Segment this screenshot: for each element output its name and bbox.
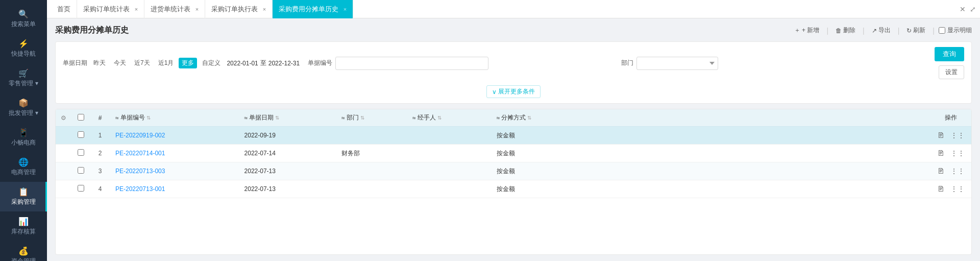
- row3-checkbox[interactable]: [78, 167, 84, 174]
- separator-1: |: [826, 27, 828, 35]
- sidebar-item-purchase[interactable]: 📋 采购管理: [0, 182, 47, 211]
- row1-more-icon[interactable]: ⋮⋮: [949, 130, 966, 140]
- expand-conditions-btn[interactable]: ∨ 展开更多条件: [486, 85, 541, 98]
- date-filter-label: 单据日期: [63, 59, 87, 67]
- row3-more-icon[interactable]: ⋮⋮: [949, 166, 966, 176]
- row3-dept: [336, 162, 407, 180]
- sort-icon-handler: ⇅: [437, 115, 442, 121]
- row4-date: 2022-07-13: [239, 180, 337, 198]
- sidebar-item-finance[interactable]: 💰 资金管理: [0, 241, 47, 261]
- sort-date[interactable]: ≈ 单据日期 ⇅: [244, 113, 280, 122]
- col-split-method[interactable]: ≈ 分摊方式 ⇅: [492, 109, 930, 127]
- settings-button[interactable]: 设置: [939, 65, 964, 79]
- row1-split-method: 按金额: [492, 127, 930, 145]
- row4-more-icon[interactable]: ⋮⋮: [949, 184, 966, 194]
- refresh-button[interactable]: ↻ 刷新: [903, 25, 928, 36]
- row3-num: 3: [90, 162, 110, 180]
- tab-close-purchase-order-exec[interactable]: ×: [263, 6, 266, 12]
- row1-checkbox[interactable]: [78, 131, 84, 138]
- col-dept[interactable]: ≈ 部门 ⇅: [336, 109, 407, 127]
- row2-dept: 财务部: [336, 145, 407, 162]
- separator-2: |: [863, 27, 865, 35]
- row4-order-no: PE-20220713-001: [110, 180, 239, 198]
- page-header: 采购费用分摊单历史 ＋ + 新增 | 🗑 删除 | ↗ 导出 | ↻: [55, 25, 972, 36]
- row2-checkbox[interactable]: [78, 149, 84, 156]
- table-header-row: ⚙ # ≈ 单据编号 ⇅: [56, 109, 971, 127]
- col-date[interactable]: ≈ 单据日期 ⇅: [239, 109, 337, 127]
- inventory-icon: 📊: [0, 217, 47, 226]
- table-row: 3 PE-20220713-003 2022-07-13 按金额 🖹 ⋮⋮: [56, 162, 971, 180]
- row3-check[interactable]: [71, 162, 90, 180]
- row2-view-icon[interactable]: 🖹: [936, 148, 945, 158]
- date-btn-yesterday[interactable]: 昨天: [90, 58, 109, 68]
- row3-order-no-link[interactable]: PE-20220713-003: [115, 168, 165, 175]
- row3-order-no: PE-20220713-003: [110, 162, 239, 180]
- row4-view-icon[interactable]: 🖹: [936, 184, 945, 194]
- maximize-icon[interactable]: ⤢: [970, 5, 976, 13]
- tab-purchase-order-exec[interactable]: 采购订单执行表 ×: [205, 0, 273, 18]
- tab-close-purchase-order-stats[interactable]: ×: [135, 6, 138, 12]
- date-btn-today[interactable]: 今天: [111, 58, 129, 68]
- row2-settings: [56, 145, 71, 162]
- filter-buttons: 查询 设置: [935, 47, 964, 79]
- col-settings[interactable]: ⚙: [56, 109, 71, 127]
- col-num: #: [90, 109, 110, 127]
- show-detail-check[interactable]: [939, 27, 945, 34]
- date-btn-7days[interactable]: 近7天: [131, 58, 153, 68]
- sidebar-item-quicknav[interactable]: ⚡ 快捷导航: [0, 34, 47, 63]
- row4-check[interactable]: [71, 180, 90, 198]
- row4-checkbox[interactable]: [78, 185, 84, 192]
- order-no-input[interactable]: [335, 57, 488, 70]
- sort-dept[interactable]: ≈ 部门 ⇅: [341, 113, 364, 122]
- sort-split-method[interactable]: ≈ 分摊方式 ⇅: [497, 113, 532, 122]
- col-order-no[interactable]: ≈ 单据编号 ⇅: [110, 109, 239, 127]
- export-button[interactable]: ↗ 导出: [869, 25, 894, 36]
- row3-view-icon[interactable]: 🖹: [936, 166, 945, 176]
- sort-order-no[interactable]: ≈ 单据编号 ⇅: [115, 113, 151, 122]
- date-btn-more[interactable]: 更多: [179, 58, 197, 68]
- date-quick-btns: 昨天 今天 近7天 近1月 更多 自定义: [90, 58, 224, 68]
- row1-order-no: PE-20220919-002: [110, 127, 239, 145]
- show-detail-checkbox[interactable]: 显示明细: [939, 26, 972, 35]
- row1-view-icon[interactable]: 🖹: [936, 130, 945, 140]
- tab-stock-stats[interactable]: 进货单统计表 ×: [144, 0, 205, 18]
- row2-order-no-link[interactable]: PE-20220714-001: [115, 150, 165, 157]
- sidebar-item-ecommerce[interactable]: 🌐 电商管理: [0, 152, 47, 182]
- row1-check[interactable]: [71, 127, 90, 145]
- delete-icon: 🗑: [836, 27, 842, 34]
- wholesale-icon: 📦: [0, 98, 47, 108]
- row4-handler: [407, 180, 492, 198]
- tab-close-purchase-expense-history[interactable]: ×: [344, 6, 347, 12]
- sort-icon-date: ⇅: [275, 115, 279, 121]
- date-btn-1month[interactable]: 近1月: [155, 58, 177, 68]
- sidebar-item-inventory[interactable]: 📊 库存核算: [0, 211, 47, 241]
- tab-purchase-expense-history[interactable]: 采购费用分摊单历史 ×: [273, 0, 353, 18]
- dept-select[interactable]: 财务部: [636, 57, 718, 70]
- tab-home[interactable]: 首页: [51, 0, 77, 18]
- sidebar-item-search[interactable]: 🔍 搜索菜单: [0, 4, 47, 34]
- sort-handler[interactable]: ≈ 经手人 ⇅: [412, 113, 442, 122]
- add-button[interactable]: ＋ + 新增: [791, 25, 822, 36]
- query-button[interactable]: 查询: [935, 47, 964, 61]
- row3-action: 🖹 ⋮⋮: [930, 162, 971, 180]
- table-row: 4 PE-20220713-001 2022-07-13 按金额 🖹 ⋮⋮: [56, 180, 971, 198]
- sidebar-item-wholesale[interactable]: 📦 批发管理 ▾: [0, 93, 47, 123]
- date-btn-custom[interactable]: 自定义: [199, 58, 224, 68]
- tab-close-stock-stats[interactable]: ×: [195, 6, 199, 12]
- sidebar-item-retail[interactable]: 🛒 零售管理 ▾: [0, 63, 47, 93]
- row2-check[interactable]: [71, 145, 90, 162]
- delete-button[interactable]: 🗑 删除: [832, 25, 859, 36]
- select-all-checkbox[interactable]: [78, 114, 84, 121]
- row2-more-icon[interactable]: ⋮⋮: [949, 148, 966, 158]
- sidebar-item-miniapp[interactable]: 📱 小畅电商: [0, 123, 47, 152]
- row1-order-no-link[interactable]: PE-20220919-002: [115, 132, 165, 139]
- row1-num: 1: [90, 127, 110, 145]
- filter-row: 单据日期 昨天 今天 近7天 近1月 更多 自定义 2022-01-01 至 2…: [63, 47, 964, 79]
- col-handler[interactable]: ≈ 经手人 ⇅: [407, 109, 492, 127]
- tab-purchase-order-stats[interactable]: 采购订单统计表 ×: [77, 0, 144, 18]
- data-table-wrapper: ⚙ # ≈ 单据编号 ⇅: [55, 109, 972, 255]
- row1-date: 2022-09-19: [239, 127, 337, 145]
- close-window-icon[interactable]: ✕: [960, 5, 966, 13]
- row4-order-no-link[interactable]: PE-20220713-001: [115, 185, 165, 193]
- row3-handler: [407, 162, 492, 180]
